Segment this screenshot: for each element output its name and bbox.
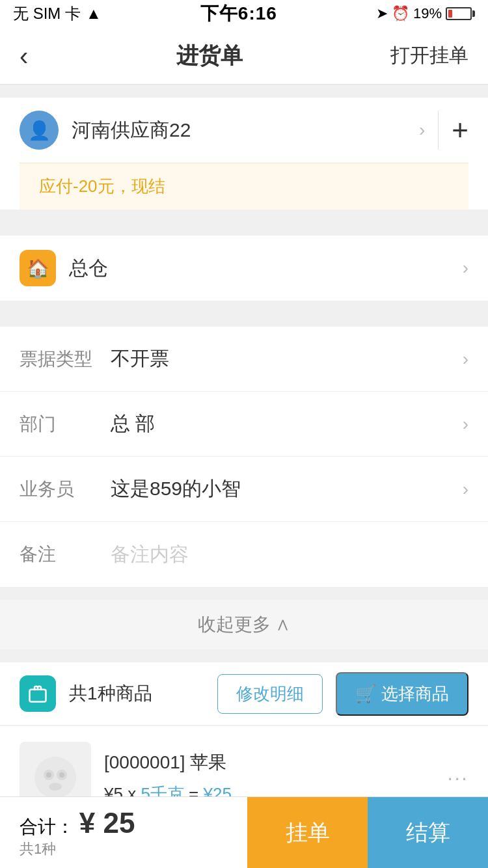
total-sub: 共1种 — [20, 839, 228, 859]
status-time: 下午6:16 — [200, 1, 277, 26]
open-hang-button[interactable]: 打开挂单 — [390, 42, 468, 69]
svg-point-5 — [59, 772, 64, 778]
supplier-avatar: 👤 — [20, 111, 59, 150]
supplier-add-button[interactable]: + — [452, 116, 468, 144]
total-label: 合计： — [20, 817, 74, 837]
hang-label: 挂单 — [286, 818, 330, 848]
wifi-icon: ▲ — [86, 5, 102, 23]
supplier-divider — [438, 111, 439, 150]
svg-point-1 — [34, 757, 76, 798]
svg-point-4 — [46, 772, 51, 778]
department-label: 部门 — [20, 412, 111, 437]
battery-percent: 19% — [413, 5, 442, 22]
avatar-icon: 👤 — [28, 120, 51, 141]
salesperson-value: 这是859的小智 — [111, 476, 463, 502]
supplier-row[interactable]: 👤 河南供应商22 › + — [20, 98, 468, 163]
remark-row[interactable]: 备注 备注内容 — [0, 522, 488, 587]
invoice-type-value: 不开票 — [111, 346, 463, 372]
product-title: 苹果 — [190, 752, 226, 772]
footer-total: 合计： ¥ 25 共1种 — [0, 807, 247, 859]
form-section: 票据类型 不开票 › 部门 总 部 › 业务员 这是859的小智 › 备注 备注… — [0, 327, 488, 587]
carrier-label: 无 SIM 卡 — [13, 3, 81, 24]
section-gap-2 — [0, 210, 488, 223]
footer: 合计： ¥ 25 共1种 挂单 结算 — [0, 796, 488, 868]
department-row[interactable]: 部门 总 部 › — [0, 392, 488, 457]
location-icon: ➤ — [376, 5, 388, 22]
section-gap-1 — [0, 85, 488, 98]
product-more-button[interactable]: ··· — [447, 766, 468, 790]
collapse-label: 收起更多 ∧ — [198, 612, 291, 637]
remark-label: 备注 — [20, 542, 111, 567]
status-left: 无 SIM 卡 ▲ — [13, 3, 102, 24]
department-value: 总 部 — [111, 411, 463, 437]
product-code: [0000001] — [104, 752, 185, 772]
warehouse-section: 🏠 总仓 › — [0, 236, 488, 301]
payment-notice: 应付-20元，现结 — [20, 163, 468, 210]
collapse-bar[interactable]: 收起更多 ∧ — [0, 600, 488, 649]
salesperson-row[interactable]: 业务员 这是859的小智 › — [0, 457, 488, 522]
nav-bar: ‹ 进货单 打开挂单 — [0, 27, 488, 85]
warehouse-row[interactable]: 🏠 总仓 › — [0, 236, 488, 301]
invoice-chevron-icon: › — [463, 349, 468, 370]
select-product-button[interactable]: 🛒 选择商品 — [336, 672, 468, 716]
total-amount: ¥ 25 — [79, 807, 135, 839]
products-header: 共1种商品 修改明细 🛒 选择商品 — [0, 662, 488, 725]
svg-rect-0 — [30, 690, 46, 702]
supplier-section: 👤 河南供应商22 › + 应付-20元，现结 — [0, 98, 488, 210]
page-title: 进货单 — [176, 41, 243, 71]
warehouse-value: 总仓 — [69, 255, 463, 282]
section-gap-3 — [0, 301, 488, 314]
select-product-icon: 🛒 — [355, 684, 376, 704]
hang-button[interactable]: 挂单 — [247, 797, 368, 869]
department-chevron-icon: › — [463, 414, 468, 435]
alarm-icon: ⏰ — [392, 5, 409, 22]
salesperson-label: 业务员 — [20, 477, 111, 502]
edit-details-button[interactable]: 修改明细 — [217, 674, 323, 714]
invoice-type-row[interactable]: 票据类型 不开票 › — [0, 327, 488, 392]
remark-placeholder: 备注内容 — [111, 541, 468, 568]
warehouse-icon: 🏠 — [20, 250, 56, 286]
battery-icon — [446, 7, 475, 20]
warehouse-chevron-icon: › — [463, 258, 468, 278]
status-right: ➤ ⏰ 19% — [376, 5, 475, 22]
checkout-label: 结算 — [406, 818, 450, 848]
invoice-type-label: 票据类型 — [20, 347, 111, 372]
salesperson-chevron-icon: › — [463, 479, 468, 500]
checkout-button[interactable]: 结算 — [368, 797, 488, 869]
product-name: [0000001] 苹果 — [104, 750, 434, 775]
status-bar: 无 SIM 卡 ▲ 下午6:16 ➤ ⏰ 19% — [0, 0, 488, 27]
svg-point-6 — [49, 783, 62, 791]
products-icon — [20, 675, 56, 712]
select-product-label: 选择商品 — [381, 683, 449, 705]
supplier-name: 河南供应商22 — [72, 117, 419, 144]
products-count: 共1种商品 — [69, 681, 204, 706]
back-button[interactable]: ‹ — [20, 43, 28, 69]
supplier-chevron-icon: › — [419, 120, 425, 141]
